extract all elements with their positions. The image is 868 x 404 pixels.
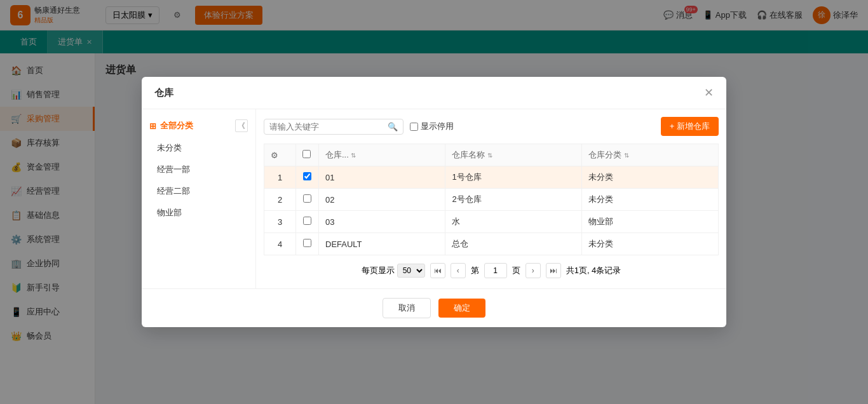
category-panel: ⊞ 全部分类 《 未分类 经营一部 经营二部 物业部 [142, 109, 256, 288]
row-checkbox[interactable] [303, 217, 311, 225]
table-row[interactable]: 4 DEFAULT 总仓 未分类 [264, 233, 719, 255]
row-num: 1 [264, 166, 296, 189]
gear-header-icon: ⚙ [271, 151, 278, 160]
row-code: 03 [319, 211, 445, 233]
modal-close-button[interactable]: ✕ [704, 86, 714, 100]
row-name: 2号仓库 [445, 189, 582, 211]
sort-icon-code: ⇅ [351, 152, 356, 159]
table-row[interactable]: 1 01 1号仓库 未分类 [264, 166, 719, 189]
table-toolbar: 🔍 显示停用 + 新增仓库 [264, 117, 719, 136]
search-icon: 🔍 [388, 122, 398, 131]
th-category: 仓库分类 ⇅ [582, 144, 719, 166]
row-checkbox[interactable] [303, 194, 311, 203]
search-input[interactable] [269, 122, 388, 131]
category-item-3[interactable]: 物业部 [142, 202, 255, 224]
sort-icon-category: ⇅ [624, 152, 629, 159]
sort-icon-name: ⇅ [487, 152, 492, 159]
row-code: 01 [319, 166, 445, 189]
row-category: 未分类 [582, 166, 719, 189]
category-item-2[interactable]: 经营二部 [142, 180, 255, 202]
category-label-2: 经营二部 [157, 186, 190, 196]
th-name-label: 仓库名称 [452, 150, 485, 159]
row-check [296, 211, 319, 233]
row-checkbox[interactable] [303, 172, 311, 180]
category-label-1: 经营一部 [157, 165, 190, 174]
confirm-button[interactable]: 确定 [438, 299, 485, 318]
page-label: 第 [471, 265, 479, 276]
row-check [296, 166, 319, 189]
row-code: 02 [319, 189, 445, 211]
show-disabled-text: 显示停用 [421, 121, 454, 132]
category-item-1[interactable]: 经营一部 [142, 159, 255, 180]
pagination: 每页显示 50 ⏮ ‹ 第 页 › ⏭ 共1页, 4条记录 [264, 255, 719, 281]
th-name: 仓库名称 ⇅ [445, 144, 582, 166]
table-row[interactable]: 2 02 2号仓库 未分类 [264, 189, 719, 211]
category-label-0: 未分类 [157, 143, 182, 152]
category-header: ⊞ 全部分类 《 [142, 114, 255, 137]
show-disabled-label[interactable]: 显示停用 [410, 121, 454, 132]
row-name: 总仓 [445, 233, 582, 255]
cancel-button[interactable]: 取消 [383, 298, 431, 318]
row-name: 水 [445, 211, 582, 233]
first-page-button[interactable]: ⏮ [430, 263, 445, 278]
page-number-input[interactable] [484, 263, 507, 278]
modal-title: 仓库 [154, 87, 173, 99]
per-page-select[interactable]: 50 [397, 264, 425, 278]
row-num: 3 [264, 211, 296, 233]
row-name: 1号仓库 [445, 166, 582, 189]
all-categories-label: 全部分类 [160, 120, 193, 131]
row-checkbox[interactable] [303, 239, 311, 247]
th-check [296, 144, 319, 166]
row-category: 物业部 [582, 211, 719, 233]
warehouse-table: ⚙ 仓库... ⇅ 仓库名称 ⇅ [264, 144, 719, 255]
category-label-3: 物业部 [157, 208, 182, 217]
row-category: 未分类 [582, 233, 719, 255]
show-disabled-checkbox[interactable] [410, 123, 418, 131]
last-page-button[interactable]: ⏭ [546, 263, 561, 278]
th-code: 仓库... ⇅ [319, 144, 445, 166]
page-size-selector: 每页显示 50 [362, 264, 425, 278]
search-box: 🔍 [264, 119, 403, 135]
row-num: 4 [264, 233, 296, 255]
prev-page-button[interactable]: ‹ [451, 263, 466, 278]
grid-icon: ⊞ [149, 121, 156, 131]
page-unit-label: 页 [512, 265, 520, 276]
row-check [296, 233, 319, 255]
category-item-0[interactable]: 未分类 [142, 137, 255, 159]
row-code: DEFAULT [319, 233, 445, 255]
th-category-label: 仓库分类 [588, 150, 621, 159]
table-row[interactable]: 3 03 水 物业部 [264, 211, 719, 233]
row-category: 未分类 [582, 189, 719, 211]
warehouse-modal: 仓库 ✕ ⊞ 全部分类 《 未分类 经营一部 [142, 77, 726, 327]
modal-overlay[interactable]: 仓库 ✕ ⊞ 全部分类 《 未分类 经营一部 [0, 0, 868, 404]
modal-header: 仓库 ✕ [142, 77, 726, 109]
add-warehouse-button[interactable]: + 新增仓库 [661, 117, 719, 136]
per-page-label: 每页显示 [362, 265, 395, 276]
select-all-checkbox[interactable] [302, 150, 311, 158]
next-page-button[interactable]: › [526, 263, 541, 278]
collapse-button[interactable]: 《 [235, 119, 248, 132]
th-code-label: 仓库... [325, 150, 349, 159]
modal-body: ⊞ 全部分类 《 未分类 经营一部 经营二部 物业部 [142, 109, 726, 288]
all-categories-item[interactable]: ⊞ 全部分类 [149, 120, 193, 131]
row-num: 2 [264, 189, 296, 211]
total-info-label: 共1页, 4条记录 [566, 265, 621, 276]
th-gear: ⚙ [264, 144, 296, 166]
row-check [296, 189, 319, 211]
table-panel: 🔍 显示停用 + 新增仓库 ⚙ [256, 109, 726, 288]
modal-footer: 取消 确定 [142, 288, 726, 327]
